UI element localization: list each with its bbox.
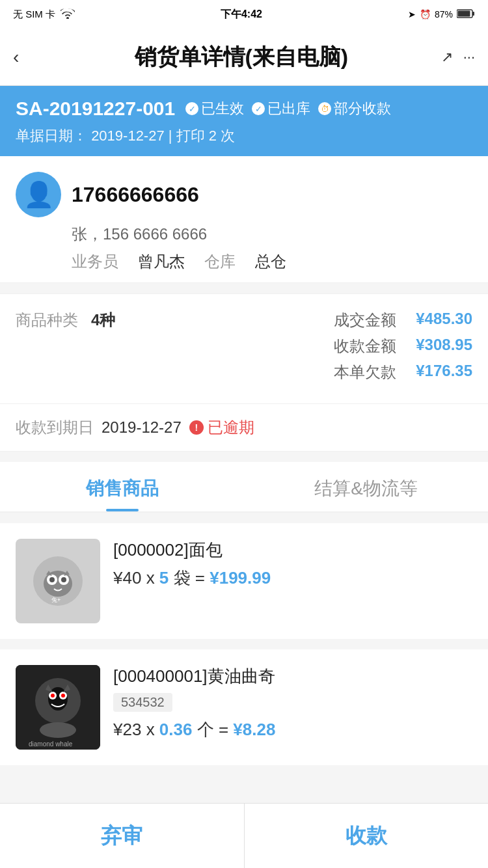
amount2-label: 收款金额	[334, 336, 396, 357]
amount-row-3: 本单欠款 ¥176.35	[334, 362, 472, 383]
price-unit-name-1: 袋	[174, 568, 191, 588]
product-info-1: [0000002]面包 ¥40 x 5 袋 = ¥199.99	[113, 539, 472, 590]
svg-rect-2	[457, 10, 470, 16]
product-image-2: diamond whale	[16, 665, 100, 750]
order-id: SA-20191227-001	[16, 98, 175, 120]
alarm-icon: ⏰	[420, 9, 431, 20]
product-placeholder-1: 兔+	[16, 539, 100, 623]
sales-label: 业务员	[72, 251, 118, 272]
overdue-text: 已逾期	[208, 417, 254, 438]
summary-right: 成交金额 ¥485.30 收款金额 ¥308.95 本单欠款 ¥176.35	[334, 310, 472, 388]
sales-value: 曾凡杰	[138, 251, 185, 272]
price-total-2: ¥8.28	[233, 720, 275, 739]
check-icon-1: ✓	[185, 102, 198, 115]
tabs-section: 销售商品 结算&物流等	[0, 452, 488, 513]
avatar-icon: 👤	[23, 180, 54, 209]
svg-point-15	[51, 694, 55, 698]
tab-settlement[interactable]: 结算&物流等	[244, 462, 488, 511]
price-eq-1: =	[195, 568, 210, 588]
price-unit-name-2: 个	[197, 720, 214, 739]
customer-section: 👤 17666666666 张，156 6666 6666 业务员 曾凡杰 仓库…	[0, 156, 488, 283]
product-name-1: [0000002]面包	[113, 539, 472, 562]
product-sku-2: 534532	[113, 693, 172, 712]
products-section: 兔+ [0000002]面包 ¥40 x 5 袋 = ¥199.99	[0, 523, 488, 765]
price-eq-2: =	[219, 720, 233, 739]
customer-sub-info: 张，156 6666 6666	[72, 224, 472, 245]
cancel-button[interactable]: 弃审	[0, 804, 245, 868]
price-unit-2: ¥23	[113, 720, 141, 739]
product-card-2: diamond whale [000400001]黄油曲奇 534532 ¥23…	[0, 649, 488, 765]
customer-detail-row: 业务员 曾凡杰 仓库 总仓	[72, 251, 472, 272]
amount3-value: ¥176.35	[416, 362, 472, 383]
warehouse-value: 总仓	[255, 251, 286, 272]
price-qty-2: 0.36	[159, 720, 193, 739]
svg-point-8	[61, 577, 66, 582]
summary-left: 商品种类 4种	[16, 310, 115, 388]
badge-effective: ✓ 已生效	[185, 99, 244, 118]
product-price-2: ¥23 x 0.36 个 = ¥8.28	[113, 718, 472, 741]
product-price-1: ¥40 x 5 袋 = ¥199.99	[113, 567, 472, 590]
customer-row: 👤 17666666666	[16, 172, 472, 217]
product-card-1: 兔+ [0000002]面包 ¥40 x 5 袋 = ¥199.99	[0, 523, 488, 639]
tabs-row: 销售商品 结算&物流等	[0, 462, 488, 513]
svg-point-7	[49, 577, 55, 582]
badge-shipped: ✓ 已出库	[252, 99, 310, 118]
order-meta: 单据日期： 2019-12-27 | 打印 2 次	[16, 126, 472, 146]
status-left: 无 SIM 卡	[13, 8, 75, 21]
confirm-button[interactable]: 收款	[245, 804, 489, 868]
svg-point-16	[61, 694, 65, 698]
price-total-1: ¥199.99	[210, 568, 271, 588]
product-info-2: [000400001]黄油曲奇 534532 ¥23 x 0.36 个 = ¥8…	[113, 665, 472, 741]
due-label: 收款到期日	[16, 417, 94, 438]
amount1-value: ¥485.30	[416, 310, 472, 331]
type-count: 4种	[91, 311, 115, 329]
price-qty-1: 5	[159, 568, 169, 588]
svg-point-17	[40, 722, 76, 738]
product-image-1: 兔+	[16, 539, 100, 623]
svg-text:兔+: 兔+	[51, 597, 61, 603]
battery-icon	[457, 8, 475, 21]
order-header-row1: SA-20191227-001 ✓ 已生效 ✓ 已出库 ⏱ 部分收款	[16, 98, 472, 120]
back-button[interactable]: ‹	[13, 47, 42, 68]
product-name-2: [000400001]黄油曲奇	[113, 665, 472, 688]
bottom-bar: 弃审 收款	[0, 803, 488, 868]
wifi-icon	[61, 8, 75, 21]
overdue-dot-icon: !	[189, 420, 204, 435]
avatar: 👤	[16, 172, 61, 217]
battery-text: 87%	[435, 9, 453, 20]
page-title: 销货单详情(来自电脑)	[42, 42, 441, 72]
check-icon-2: ✓	[252, 102, 265, 115]
amount-row-1: 成交金额 ¥485.30	[334, 310, 472, 331]
amount-row-2: 收款金额 ¥308.95	[334, 336, 472, 357]
tab-sales-products[interactable]: 销售商品	[0, 462, 244, 511]
amount2-value: ¥308.95	[416, 336, 472, 357]
price-unit-1: ¥40	[113, 568, 141, 588]
nav-bar: ‹ 销货单详情(来自电脑) ↗ ···	[0, 29, 488, 86]
status-bar: 无 SIM 卡 下午4:42 ➤ ⏰ 87%	[0, 0, 488, 29]
location-icon: ➤	[408, 9, 416, 20]
order-header: SA-20191227-001 ✓ 已生效 ✓ 已出库 ⏱ 部分收款 单据日期：…	[0, 86, 488, 156]
due-section: 收款到期日 2019-12-27 ! 已逾期	[0, 404, 488, 452]
svg-rect-1	[472, 12, 474, 16]
summary-section: 商品种类 4种 成交金额 ¥485.30 收款金额 ¥308.95 本单欠款 ¥…	[0, 293, 488, 404]
warehouse-label: 仓库	[204, 251, 236, 272]
share-icon[interactable]: ↗	[441, 49, 453, 66]
status-badges: ✓ 已生效 ✓ 已出库 ⏱ 部分收款	[185, 99, 391, 118]
status-right: ➤ ⏰ 87%	[408, 8, 475, 21]
amount1-label: 成交金额	[334, 310, 396, 331]
price-x-2: x	[146, 720, 159, 739]
clock-icon: ⏱	[318, 102, 331, 115]
svg-text:diamond whale: diamond whale	[29, 740, 73, 748]
status-time: 下午4:42	[221, 8, 262, 21]
price-x-1: x	[146, 568, 159, 588]
amount3-label: 本单欠款	[334, 362, 396, 383]
customer-name: 17666666666	[72, 183, 199, 207]
badge-partial: ⏱ 部分收款	[318, 99, 391, 118]
nav-actions: ↗ ···	[441, 49, 475, 66]
carrier-text: 无 SIM 卡	[13, 8, 55, 21]
more-icon[interactable]: ···	[463, 49, 475, 66]
type-label: 商品种类	[16, 311, 78, 329]
due-date: 2019-12-27	[102, 418, 182, 437]
overdue-badge: ! 已逾期	[189, 417, 254, 438]
